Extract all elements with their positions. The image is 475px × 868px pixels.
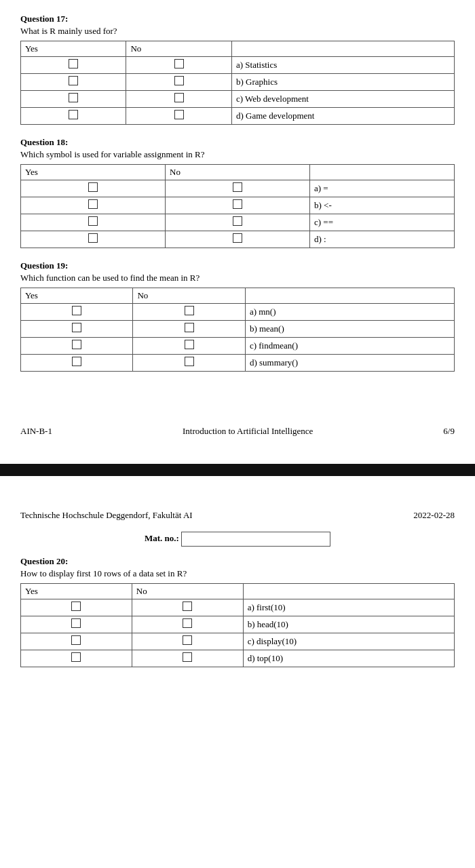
checkbox-no-q18-1[interactable] bbox=[166, 197, 310, 214]
checkbox-no-icon-q19-2[interactable] bbox=[185, 340, 194, 349]
table-row: b) head(10) bbox=[21, 616, 455, 633]
institution-name: Technische Hochschule Deggendorf, Fakult… bbox=[20, 510, 193, 521]
table-row: a) = bbox=[21, 180, 455, 197]
checkbox-yes-icon-q20-3[interactable] bbox=[71, 652, 81, 662]
checkbox-no-icon-q17-2[interactable] bbox=[174, 93, 184, 102]
checkbox-yes-icon-q20-2[interactable] bbox=[71, 635, 81, 645]
checkbox-no-icon-q18-1[interactable] bbox=[233, 199, 242, 209]
option-text-q17-1: b) Graphics bbox=[231, 74, 454, 91]
checkbox-yes-q18-3[interactable] bbox=[21, 231, 166, 248]
checkbox-yes-icon-q18-0[interactable] bbox=[88, 182, 98, 192]
checkbox-yes-icon-q17-1[interactable] bbox=[69, 76, 78, 85]
checkbox-yes-icon-q19-2[interactable] bbox=[72, 340, 81, 349]
checkbox-yes-icon-q17-0[interactable] bbox=[69, 59, 78, 68]
checkbox-yes-q19-0[interactable] bbox=[21, 304, 133, 321]
checkbox-no-icon-q19-1[interactable] bbox=[185, 323, 194, 332]
header-option-q20 bbox=[243, 584, 454, 599]
checkbox-yes-icon-q19-0[interactable] bbox=[72, 306, 81, 315]
checkbox-no-q20-0[interactable] bbox=[132, 599, 243, 616]
checkbox-yes-icon-q17-3[interactable] bbox=[69, 110, 78, 119]
checkbox-yes-q18-2[interactable] bbox=[21, 214, 166, 231]
checkbox-yes-icon-q18-2[interactable] bbox=[88, 216, 98, 226]
question-block-q20: Question 20:How to display first 10 rows… bbox=[20, 556, 455, 667]
checkbox-no-icon-q20-3[interactable] bbox=[183, 652, 192, 662]
checkbox-yes-icon-q19-3[interactable] bbox=[72, 357, 81, 366]
checkbox-yes-q17-2[interactable] bbox=[21, 91, 126, 108]
checkbox-no-q17-1[interactable] bbox=[126, 74, 231, 91]
table-row: d) top(10) bbox=[21, 650, 455, 667]
checkbox-no-q20-3[interactable] bbox=[132, 650, 243, 667]
page-divider bbox=[0, 464, 475, 476]
checkbox-no-q20-2[interactable] bbox=[132, 633, 243, 650]
option-text-q18-3: d) : bbox=[310, 231, 455, 248]
checkbox-yes-q19-3[interactable] bbox=[21, 355, 133, 372]
checkbox-no-icon-q18-0[interactable] bbox=[233, 182, 242, 192]
checkbox-no-icon-q20-2[interactable] bbox=[183, 635, 192, 645]
table-row: a) mn() bbox=[21, 304, 455, 321]
checkbox-yes-q19-2[interactable] bbox=[21, 338, 133, 355]
checkbox-no-q17-3[interactable] bbox=[126, 108, 231, 125]
header-option-q19 bbox=[245, 288, 454, 304]
checkbox-no-q20-1[interactable] bbox=[132, 616, 243, 633]
checkbox-yes-icon-q17-2[interactable] bbox=[69, 93, 78, 102]
checkbox-yes-q17-3[interactable] bbox=[21, 108, 126, 125]
page2-header: Technische Hochschule Deggendorf, Fakult… bbox=[20, 510, 455, 521]
table-row: c) display(10) bbox=[21, 633, 455, 650]
checkbox-yes-icon-q18-1[interactable] bbox=[88, 199, 98, 209]
checkbox-yes-q20-1[interactable] bbox=[21, 616, 132, 633]
option-text-q18-2: c) == bbox=[310, 214, 455, 231]
checkbox-no-q18-3[interactable] bbox=[166, 231, 310, 248]
checkbox-yes-icon-q20-0[interactable] bbox=[71, 601, 81, 611]
questions-page1: Question 17:What is R mainly used for?Ye… bbox=[20, 14, 455, 372]
checkbox-yes-q18-1[interactable] bbox=[21, 197, 166, 214]
checkbox-no-icon-q19-0[interactable] bbox=[185, 306, 194, 315]
checkbox-no-icon-q17-0[interactable] bbox=[174, 59, 184, 68]
checkbox-no-icon-q20-0[interactable] bbox=[183, 601, 192, 611]
checkbox-no-q19-0[interactable] bbox=[133, 304, 245, 321]
checkbox-no-icon-q18-3[interactable] bbox=[233, 233, 242, 243]
question-title-q17: Question 17: bbox=[20, 14, 455, 24]
mat-no-label: Mat. no.: bbox=[145, 533, 179, 543]
checkbox-no-icon-q17-1[interactable] bbox=[174, 76, 184, 85]
option-text-q20-1: b) head(10) bbox=[243, 616, 454, 633]
checkbox-yes-q20-2[interactable] bbox=[21, 633, 132, 650]
checkbox-no-q17-2[interactable] bbox=[126, 91, 231, 108]
checkbox-no-icon-q17-3[interactable] bbox=[174, 110, 184, 119]
page-2: Technische Hochschule Deggendorf, Fakult… bbox=[0, 476, 475, 693]
header-yes-q20: Yes bbox=[21, 584, 132, 599]
checkbox-no-q17-0[interactable] bbox=[126, 57, 231, 74]
date: 2022-02-28 bbox=[413, 510, 455, 521]
option-text-q19-1: b) mean() bbox=[245, 321, 454, 338]
checkbox-yes-q20-0[interactable] bbox=[21, 599, 132, 616]
option-text-q20-0: a) first(10) bbox=[243, 599, 454, 616]
checkbox-yes-q20-3[interactable] bbox=[21, 650, 132, 667]
checkbox-no-q18-0[interactable] bbox=[166, 180, 310, 197]
question-block-q17: Question 17:What is R mainly used for?Ye… bbox=[20, 14, 455, 125]
checkbox-no-q18-2[interactable] bbox=[166, 214, 310, 231]
checkbox-yes-q17-1[interactable] bbox=[21, 74, 126, 91]
checkbox-yes-q17-0[interactable] bbox=[21, 57, 126, 74]
checkbox-no-q19-3[interactable] bbox=[133, 355, 245, 372]
checkbox-no-icon-q20-1[interactable] bbox=[183, 618, 192, 628]
table-row: d) summary() bbox=[21, 355, 455, 372]
question-subtitle-q20: How to display first 10 rows of a data s… bbox=[20, 568, 455, 579]
header-no-q18: No bbox=[166, 165, 310, 180]
checkbox-yes-icon-q19-1[interactable] bbox=[72, 323, 81, 332]
checkbox-no-q19-1[interactable] bbox=[133, 321, 245, 338]
mat-no-input[interactable] bbox=[181, 532, 330, 547]
question-subtitle-q18: Which symbol is used for variable assign… bbox=[20, 149, 455, 160]
checkbox-yes-q19-1[interactable] bbox=[21, 321, 133, 338]
table-row: d) : bbox=[21, 231, 455, 248]
table-row: b) mean() bbox=[21, 321, 455, 338]
checkbox-yes-q18-0[interactable] bbox=[21, 180, 166, 197]
page-footer: AIN-B-1 Introduction to Artificial Intel… bbox=[20, 426, 455, 437]
header-option-q17 bbox=[231, 41, 454, 57]
checkbox-yes-icon-q20-1[interactable] bbox=[71, 618, 81, 628]
answer-table-q19: YesNoa) mn()b) mean()c) findmean()d) sum… bbox=[20, 288, 455, 372]
header-no-q17: No bbox=[126, 41, 231, 57]
checkbox-yes-icon-q18-3[interactable] bbox=[88, 233, 98, 243]
answer-table-q20: YesNoa) first(10)b) head(10)c) display(1… bbox=[20, 583, 455, 667]
checkbox-no-q19-2[interactable] bbox=[133, 338, 245, 355]
checkbox-no-icon-q19-3[interactable] bbox=[185, 357, 194, 366]
checkbox-no-icon-q18-2[interactable] bbox=[233, 216, 242, 226]
